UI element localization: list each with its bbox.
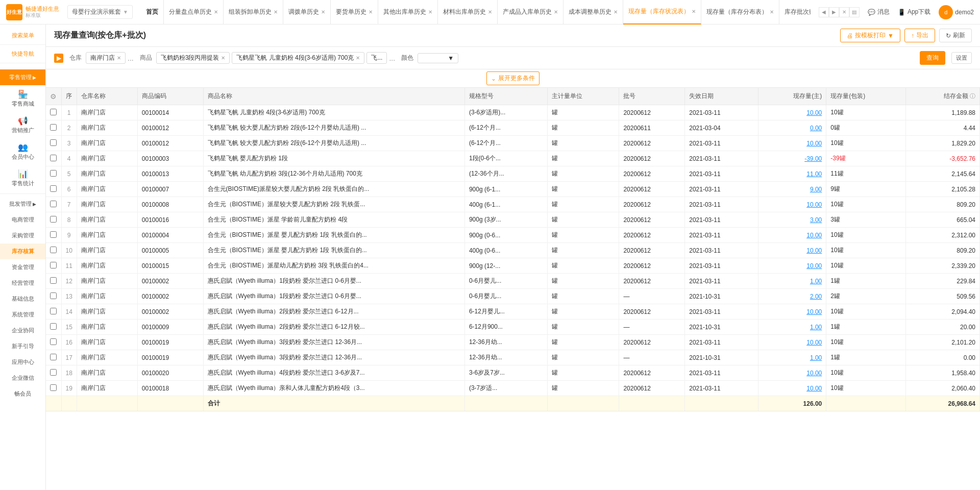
sidebar-item-cooperation[interactable]: 企业协同 <box>0 323 45 338</box>
tab-next-btn[interactable]: ▶ <box>829 7 839 17</box>
tag-remove-icon[interactable]: ✕ <box>117 55 121 61</box>
user-avatar[interactable]: d demo2 <box>939 5 974 19</box>
cell-stock-main[interactable]: 10.00 <box>758 105 826 120</box>
row-checkbox[interactable] <box>50 231 57 238</box>
cell-stock-main[interactable]: 2.00 <box>758 289 826 304</box>
sidebar-item-operations[interactable]: 经营管理 <box>0 275 45 291</box>
row-checkbox[interactable] <box>50 384 57 391</box>
cell-stock-main[interactable]: 10.00 <box>758 228 826 243</box>
warehouse-tag-nanangmendian[interactable]: 南岸门店 ✕ <box>86 52 126 64</box>
tab-prev-btn[interactable]: ◀ <box>819 7 829 17</box>
th-settings[interactable]: ⚙ <box>46 88 61 105</box>
cell-stock-main[interactable]: 10.00 <box>758 335 826 350</box>
row-checkbox[interactable] <box>50 185 57 192</box>
tab-product-in[interactable]: 产成品入库单历史 ✕ <box>498 0 564 24</box>
tab-mix-orders[interactable]: 调拨单历史 ✕ <box>283 0 331 24</box>
sidebar-item-wholesale[interactable]: 批发管理 ▶ <box>0 196 45 212</box>
row-checkbox[interactable] <box>50 338 57 345</box>
product-tag-3[interactable]: 飞... <box>366 52 387 64</box>
cell-stock-main[interactable]: 0.00 <box>758 120 826 136</box>
row-checkbox[interactable] <box>50 292 57 299</box>
cell-stock-main[interactable]: 1.00 <box>758 274 826 289</box>
warehouse-more[interactable]: ... <box>128 54 134 62</box>
cell-checkbox[interactable] <box>46 105 61 120</box>
sidebar-item-finance[interactable]: 资金管理 <box>0 259 45 275</box>
row-checkbox[interactable] <box>50 109 57 115</box>
tab-home[interactable]: 首页 <box>141 0 164 24</box>
tab-close-icon[interactable]: ✕ <box>321 9 325 15</box>
tab-batch-voucher[interactable]: 库存批次账 ✕ <box>779 0 811 24</box>
cell-checkbox[interactable] <box>46 335 61 350</box>
row-checkbox[interactable] <box>50 308 57 314</box>
sidebar-item-basic-info[interactable]: 基础信息 <box>0 291 45 307</box>
tab-material-out[interactable]: 材料出库单历史 ✕ <box>438 0 498 24</box>
tab-close-icon[interactable]: ✕ <box>554 9 558 15</box>
cell-checkbox[interactable] <box>46 166 61 182</box>
color-dropdown[interactable]: ▼ <box>418 53 458 63</box>
tab-close-icon[interactable]: ✕ <box>692 9 696 14</box>
cell-checkbox[interactable] <box>46 151 61 166</box>
tab-close-icon[interactable]: ✕ <box>214 9 218 15</box>
sidebar-item-retail-shop[interactable]: 🏪 零售商城 <box>0 85 45 112</box>
sidebar-item-retail-stats[interactable]: 📊 零售统计 <box>0 165 45 191</box>
sidebar-item-member2[interactable]: 畅会员 <box>0 386 45 402</box>
cell-stock-main[interactable]: 10.00 <box>758 243 826 258</box>
row-checkbox[interactable] <box>50 170 57 177</box>
cell-stock-main[interactable]: 10.00 <box>758 197 826 212</box>
tab-menu-btn[interactable]: ▤ <box>849 7 860 17</box>
tab-group-disassemble[interactable]: 组装拆卸单历史 ✕ <box>224 0 283 24</box>
sidebar-item-app-center[interactable]: 应用中心 <box>0 354 45 370</box>
sidebar-search[interactable]: 搜索菜单 <box>0 29 45 42</box>
cell-stock-main[interactable]: 10.00 <box>758 381 826 396</box>
tab-stock-status[interactable]: 现存量（库存状况表） ✕ <box>623 0 701 24</box>
row-checkbox[interactable] <box>50 216 57 223</box>
cell-stock-main[interactable]: 10.00 <box>758 365 826 381</box>
cell-checkbox[interactable] <box>46 182 61 197</box>
cell-checkbox[interactable] <box>46 381 61 396</box>
template-print-btn[interactable]: 🖨 按模板打印 ▼ <box>840 29 900 42</box>
cell-stock-main[interactable]: 9.00 <box>758 182 826 197</box>
tab-out-orders[interactable]: 要货单历史 ✕ <box>331 0 378 24</box>
cell-checkbox[interactable] <box>46 136 61 151</box>
sidebar-quick-nav[interactable]: 快捷导航 <box>0 47 45 61</box>
message-btn[interactable]: 💬 消息 <box>868 8 890 16</box>
tab-other-out[interactable]: 其他出库单历史 ✕ <box>378 0 438 24</box>
product-tag-1[interactable]: 飞鹤奶粉3段丙用提装 ✕ <box>156 52 230 64</box>
row-checkbox[interactable] <box>50 124 57 131</box>
tag-remove-icon[interactable]: ✕ <box>356 55 360 61</box>
app-download-btn[interactable]: 📱 App下载 <box>898 8 930 16</box>
export-btn[interactable]: ↑ 导出 <box>904 29 935 42</box>
cell-stock-main[interactable]: 1.00 <box>758 350 826 365</box>
expand-more-btn[interactable]: ⌄ 展开更多条件 <box>486 71 540 85</box>
row-checkbox[interactable] <box>50 262 57 268</box>
tab-close-icon[interactable]: ✕ <box>614 9 618 15</box>
cell-checkbox[interactable] <box>46 289 61 304</box>
row-checkbox[interactable] <box>50 139 57 146</box>
sidebar-item-system[interactable]: 系统管理 <box>0 307 45 323</box>
row-checkbox[interactable] <box>50 323 57 330</box>
sidebar-item-marketing[interactable]: 📢 营销推广 <box>0 112 45 138</box>
cell-stock-main[interactable]: 11.00 <box>758 166 826 182</box>
cell-stock-main[interactable]: 10.00 <box>758 258 826 274</box>
sidebar-item-ecommerce[interactable]: 电商管理 <box>0 212 45 228</box>
tab-close-icon[interactable]: ✕ <box>428 9 432 15</box>
row-checkbox[interactable] <box>50 155 57 161</box>
row-checkbox[interactable] <box>50 247 57 253</box>
cell-stock-main[interactable]: -39.00 <box>758 151 826 166</box>
product-more[interactable]: ... <box>389 54 395 62</box>
row-checkbox[interactable] <box>50 201 57 207</box>
sidebar-item-retail-mgmt[interactable]: 零售管理 ▶ <box>0 69 45 85</box>
refresh-btn[interactable]: ↻ 刷新 <box>939 29 972 42</box>
sidebar-item-enterprise-wechat[interactable]: 企业微信 <box>0 370 45 386</box>
settings-icon[interactable]: ⚙ <box>50 92 57 101</box>
query-btn[interactable]: 查询 <box>920 51 945 65</box>
industry-selector[interactable]: 母婴行业演示账套 ▼ <box>67 5 133 19</box>
tab-close-all-btn[interactable]: ✕ <box>839 7 849 17</box>
cell-stock-main[interactable]: 10.00 <box>758 136 826 151</box>
tab-close-icon[interactable]: ✕ <box>369 9 373 15</box>
sidebar-item-inventory[interactable]: 库存核算 <box>0 243 45 259</box>
tab-split-inventory[interactable]: 分量盘点单历史 ✕ <box>164 0 224 24</box>
cell-stock-main[interactable]: 3.00 <box>758 212 826 228</box>
cell-stock-main[interactable]: 10.00 <box>758 304 826 320</box>
cell-checkbox[interactable] <box>46 212 61 228</box>
